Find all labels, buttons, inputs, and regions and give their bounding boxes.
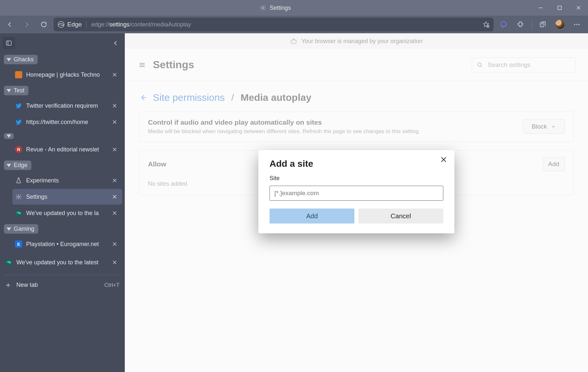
modal-cancel-button[interactable]: Cancel (358, 209, 443, 224)
plus-icon (5, 282, 11, 288)
tab-group-unnamed[interactable] (4, 133, 14, 139)
window-minimize-button[interactable] (531, 0, 550, 16)
twitter-icon (15, 102, 22, 109)
tab-edge-update[interactable]: We've updated you to the la (12, 205, 122, 221)
bing-chat-icon[interactable] (496, 18, 511, 31)
tab-group-label: Ghacks (14, 56, 34, 63)
tab-group-gaming[interactable]: Gaming (4, 224, 38, 234)
favorite-star-icon[interactable] (482, 21, 490, 28)
window-close-button[interactable] (569, 0, 588, 16)
chevron-down-icon (7, 58, 11, 61)
browser-toolbar: Edge edge://settings/content/mediaAutopl… (0, 16, 588, 33)
collapse-sidebar-button[interactable] (109, 37, 122, 50)
tab-label: Revue - An editorial newslet (26, 146, 108, 153)
gear-icon (15, 193, 22, 200)
gear-icon (260, 5, 266, 11)
tab-twitter-home[interactable]: https://twitter.com/home (12, 114, 122, 130)
button-label: Cancel (391, 212, 411, 220)
window-maximize-button[interactable] (550, 0, 569, 16)
modal-add-button[interactable]: Add (270, 209, 354, 224)
tab-label: Settings (26, 194, 108, 200)
nav-forward-button[interactable] (20, 18, 34, 31)
tab-group-label: Gaming (14, 225, 34, 232)
close-tab-icon[interactable] (112, 260, 120, 265)
modal-close-button[interactable] (439, 155, 449, 164)
modal-field-label: Site (270, 175, 443, 182)
svg-rect-2 (558, 6, 562, 10)
edge-icon (5, 259, 12, 266)
svg-point-23 (18, 196, 19, 197)
modal-site-input[interactable] (270, 186, 443, 201)
nav-back-button[interactable] (3, 18, 17, 31)
close-tab-icon[interactable] (112, 72, 120, 77)
collections-icon[interactable] (536, 18, 550, 31)
tab-settings[interactable]: Settings (12, 189, 122, 205)
close-tab-icon[interactable] (112, 194, 120, 199)
svg-rect-11 (7, 41, 11, 45)
app-menu-button[interactable] (570, 18, 584, 31)
site-favicon (15, 71, 22, 78)
tab-group-label: Test (14, 87, 24, 94)
tab-experiments[interactable]: Experiments (12, 173, 122, 188)
flask-icon (15, 177, 22, 184)
close-tab-icon[interactable] (112, 211, 120, 215)
button-label: Add (306, 212, 318, 220)
svg-point-0 (262, 7, 264, 8)
address-bar[interactable]: Edge edge://settings/content/mediaAutopl… (54, 18, 494, 31)
close-tab-icon[interactable] (112, 120, 120, 124)
new-tab-shortcut: Ctrl+T (104, 282, 120, 288)
extensions-icon[interactable] (513, 18, 528, 31)
vertical-tabs-sidebar: Ghacks Homepage | gHacks Techno Test Twi… (0, 33, 125, 372)
tab-label: Homepage | gHacks Techno (26, 71, 108, 78)
tab-edge-update-loose[interactable]: We've updated you to the latest (3, 255, 122, 270)
tab-actions-button[interactable] (3, 37, 15, 49)
edge-icon (57, 21, 65, 28)
close-tab-icon[interactable] (112, 242, 120, 246)
tab-label: Twitter verification requirem (26, 102, 108, 109)
tab-group-ghacks[interactable]: Ghacks (4, 55, 38, 64)
chevron-down-icon (7, 89, 11, 92)
chevron-down-icon (7, 164, 11, 167)
chevron-down-icon (7, 227, 11, 231)
svg-point-8 (574, 24, 575, 25)
nav-reload-button[interactable] (37, 18, 51, 31)
close-tab-icon[interactable] (112, 147, 120, 152)
tab-eurogamer[interactable]: E Playstation • Eurogamer.net (12, 236, 122, 252)
close-tab-icon[interactable] (112, 103, 120, 108)
site-favicon: R (15, 146, 22, 153)
window-title: Settings (270, 5, 291, 11)
tab-group-label: Edge (14, 162, 27, 169)
profile-avatar[interactable] (553, 18, 567, 31)
tab-label: We've updated you to the latest (16, 259, 108, 266)
add-site-modal: Add a site Site Add Cancel (258, 150, 454, 233)
edge-icon (15, 209, 22, 217)
new-tab-button[interactable]: New tab Ctrl+T (0, 278, 125, 292)
site-favicon: E (15, 240, 22, 248)
svg-point-10 (579, 24, 580, 25)
tab-ghacks-homepage[interactable]: Homepage | gHacks Techno (12, 67, 122, 83)
tab-label: Experiments (26, 177, 108, 184)
tab-label: Playstation • Eurogamer.net (26, 241, 108, 248)
settings-content: Your browser is managed by your organiza… (125, 33, 588, 372)
new-tab-label: New tab (16, 282, 38, 288)
modal-title: Add a site (270, 159, 443, 169)
close-tab-icon[interactable] (112, 178, 120, 183)
tab-group-edge[interactable]: Edge (4, 161, 31, 170)
window-titlebar: Settings (0, 0, 588, 16)
twitter-icon (15, 118, 22, 126)
address-bar-app-label: Edge (67, 21, 82, 28)
tab-label: We've updated you to the la (26, 210, 108, 217)
chevron-down-icon (7, 134, 11, 138)
tab-revue[interactable]: R Revue - An editorial newslet (12, 142, 122, 157)
svg-point-9 (576, 24, 577, 25)
tab-twitter-verification[interactable]: Twitter verification requirem (12, 98, 122, 114)
modal-overlay: Add a site Site Add Cancel (125, 33, 588, 372)
address-bar-url: edge://settings/content/mediaAutoplay (91, 21, 191, 28)
tab-group-test[interactable]: Test (4, 86, 28, 95)
tab-label: https://twitter.com/home (26, 119, 108, 126)
